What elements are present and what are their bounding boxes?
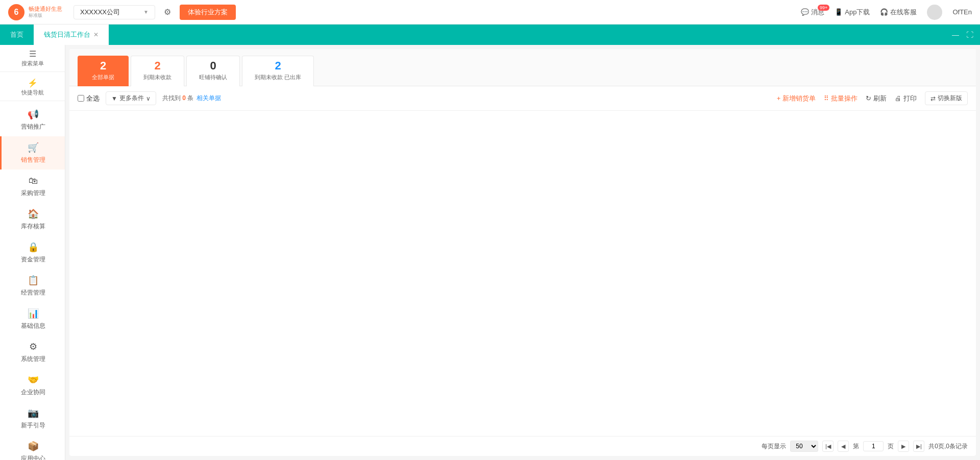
per-page-select[interactable]: 50 20 100 <box>790 441 818 452</box>
message-button[interactable]: 💬 消息 99+ <box>801 8 824 17</box>
pagination-bar: 每页显示 50 20 100 |◀ ◀ 第 1 页 ▶ ▶| 共0页,0条记录 <box>69 436 976 456</box>
filter-chevron-icon: ∨ <box>146 95 151 102</box>
first-page-button[interactable]: |◀ <box>822 441 834 452</box>
sidebar-item-operation[interactable]: 📋 经营管理 <box>0 269 65 302</box>
tab-minimize-icon[interactable]: — <box>949 29 962 41</box>
sidebar-item-enterprise[interactable]: 🤝 企业协同 <box>0 369 65 402</box>
sidebar-item-system[interactable]: ⚙ 系统管理 <box>0 335 65 369</box>
logo-area: 6 畅捷通好生意 标准版 <box>8 4 74 20</box>
stat-tab-all[interactable]: 2 全部单据 <box>78 56 129 86</box>
guide-icon: 📷 <box>27 407 39 419</box>
found-count: 0 <box>182 94 186 102</box>
tab-workbench[interactable]: 钱货日清工作台 ✕ <box>34 25 109 45</box>
stats-tabs: 2 全部单据 2 到期未收款 0 旺铺待确认 2 到期未收款 已出库 <box>69 49 976 86</box>
purchase-icon: 🛍 <box>27 175 39 187</box>
sidebar-item-guide[interactable]: 📷 新手引导 <box>0 402 65 435</box>
refresh-button[interactable]: ↻ 刷新 <box>866 94 887 103</box>
user-name: OfTEn <box>952 8 972 16</box>
switch-version-button[interactable]: ⇄ 切换新版 <box>925 91 968 105</box>
chevron-down-icon: ▼ <box>143 9 149 15</box>
sidebar-item-marketing[interactable]: 📢 营销推广 <box>0 103 65 136</box>
total-records: 共0页,0条记录 <box>928 442 968 451</box>
top-bar: 6 畅捷通好生意 标准版 XXXXXX公司 ▼ ⚙ 体验行业方案 💬 消息 99… <box>0 0 980 25</box>
sidebar-item-inventory[interactable]: 🏠 库存核算 <box>0 203 65 236</box>
tab-bar: 首页 钱货日清工作台 ✕ — ⛶ <box>0 25 980 45</box>
content-inner: 2 全部单据 2 到期未收款 0 旺铺待确认 2 到期未收款 已出库 <box>69 49 976 456</box>
select-all-input[interactable] <box>78 95 84 102</box>
company-name: XXXXXX公司 <box>80 8 139 17</box>
service-icon: 🎧 <box>880 8 888 16</box>
trial-button[interactable]: 体验行业方案 <box>180 5 236 20</box>
batch-icon: ⠿ <box>824 94 829 102</box>
print-icon: 🖨 <box>895 94 901 102</box>
avatar[interactable] <box>927 5 942 20</box>
stat-tab-wangpu[interactable]: 0 旺铺待确认 <box>186 56 240 86</box>
prev-page-button[interactable]: ◀ <box>838 441 849 452</box>
sidebar-item-appstore[interactable]: 📦 应用中心 <box>0 435 65 460</box>
add-sale-order-button[interactable]: + 新增销货单 <box>777 94 816 103</box>
filter-icon: ▼ <box>111 95 117 102</box>
stat-tab-overdue-shipped[interactable]: 2 到期未收款 已出库 <box>242 56 314 86</box>
tab-maximize-icon[interactable]: ⛶ <box>964 29 976 41</box>
sidebar: ☰ 搜索菜单 ⚡ 快捷导航 📢 营销推广 🛒 销售管理 🛍 采购管理 🏠 库存核… <box>0 45 65 460</box>
settings-icon[interactable]: ⚙ <box>159 4 176 20</box>
top-right-area: 💬 消息 99+ 📱 App下载 🎧 在线客服 OfTEn <box>801 5 972 20</box>
logo-badge: 标准版 <box>29 12 62 19</box>
print-button[interactable]: 🖨 打印 <box>895 94 917 103</box>
page-unit: 页 <box>888 442 894 451</box>
content-area: 2 全部单据 2 到期未收款 0 旺铺待确认 2 到期未收款 已出库 <box>65 45 980 460</box>
quick-nav-icon: ⚡ <box>28 78 38 88</box>
toolbar-right: + 新增销货单 ⠿ 批量操作 ↻ 刷新 🖨 打印 ⇄ <box>777 91 968 105</box>
inventory-icon: 🏠 <box>27 208 39 220</box>
stat-tab-overdue[interactable]: 2 到期未收款 <box>131 56 184 86</box>
app-download-button[interactable]: 📱 App下载 <box>835 8 870 17</box>
base-icon: 📊 <box>27 307 39 320</box>
page-input[interactable]: 1 <box>863 441 884 451</box>
marketing-icon: 📢 <box>27 108 39 120</box>
tab-bar-actions: — ⛶ <box>949 29 980 41</box>
batch-operation-button[interactable]: ⠿ 批量操作 <box>824 94 857 103</box>
refresh-icon: ↻ <box>866 94 871 102</box>
next-page-button[interactable]: ▶ <box>898 441 909 452</box>
sidebar-item-purchase[interactable]: 🛍 采购管理 <box>0 170 65 203</box>
toolbar: 全选 ▼ 更多条件 ∨ 共找到 0 条 相关单据 + 新增销货单 ⠿ <box>69 86 976 111</box>
found-text: 共找到 0 条 相关单据 <box>162 94 221 103</box>
tab-close-icon[interactable]: ✕ <box>93 31 99 38</box>
sales-icon: 🛒 <box>27 141 39 154</box>
download-icon: 📱 <box>835 8 843 16</box>
enterprise-icon: 🤝 <box>27 374 39 386</box>
sidebar-item-base[interactable]: 📊 基础信息 <box>0 302 65 335</box>
last-page-button[interactable]: ▶| <box>913 441 924 452</box>
message-badge: 99+ <box>818 5 829 11</box>
logo-icon: 6 <box>8 4 24 20</box>
sidebar-item-funds[interactable]: 🔒 资金管理 <box>0 236 65 269</box>
appstore-icon: 📦 <box>27 440 39 452</box>
table-area <box>69 111 976 436</box>
tab-home[interactable]: 首页 <box>0 25 34 45</box>
online-service-button[interactable]: 🎧 在线客服 <box>880 8 917 17</box>
main-layout: ☰ 搜索菜单 ⚡ 快捷导航 📢 营销推广 🛒 销售管理 🛍 采购管理 🏠 库存核… <box>0 45 980 460</box>
sidebar-quick-nav[interactable]: ⚡ 快捷导航 <box>0 74 65 101</box>
select-all-checkbox[interactable]: 全选 <box>78 94 100 103</box>
company-selector[interactable]: XXXXXX公司 ▼ <box>74 5 155 19</box>
switch-icon: ⇄ <box>930 95 936 102</box>
funds-icon: 🔒 <box>27 241 39 253</box>
per-page-label: 每页显示 <box>762 442 786 451</box>
logo-text: 畅捷通好生意 <box>29 5 62 12</box>
search-icon: ☰ <box>29 49 36 59</box>
sidebar-item-sales[interactable]: 🛒 销售管理 <box>0 136 65 170</box>
page-label: 第 <box>853 442 859 451</box>
sidebar-search[interactable]: ☰ 搜索菜单 <box>0 45 65 72</box>
operation-icon: 📋 <box>27 274 39 286</box>
message-icon: 💬 <box>801 8 809 16</box>
system-icon: ⚙ <box>27 341 39 353</box>
filter-button[interactable]: ▼ 更多条件 ∨ <box>106 91 156 105</box>
